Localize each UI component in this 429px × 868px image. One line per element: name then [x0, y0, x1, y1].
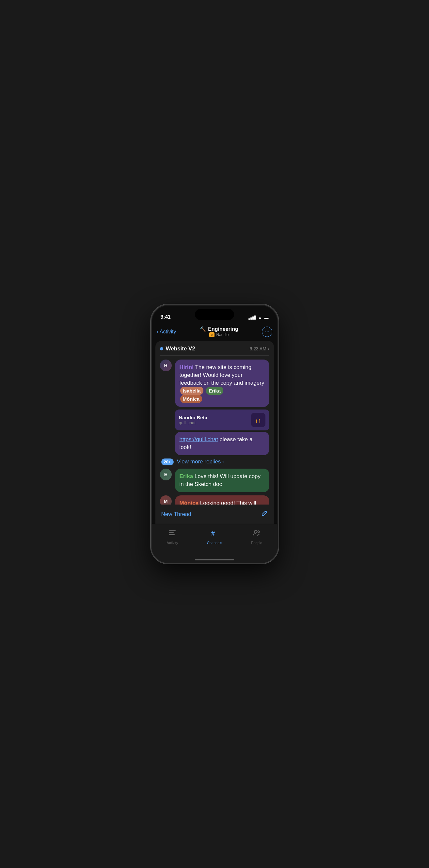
svg-point-5 [257, 531, 259, 533]
compose-icon [261, 510, 268, 519]
chevron-left-icon: ‹ [157, 329, 158, 335]
tab-channels-label: Channels [207, 541, 222, 545]
bubble-link-message: https://quill.chat please take a look! [175, 432, 269, 455]
phone-frame: 9:41 ▲ ▬ ‹ Activity 🔨 Engineering ∩ N [151, 304, 279, 564]
thread-title: Website V2 [166, 345, 195, 352]
svg-rect-1 [169, 532, 174, 533]
tab-bar: Activity # Channels People [152, 524, 278, 563]
status-time: 9:41 [161, 314, 171, 320]
activity-icon [168, 529, 177, 539]
reply-count-badge: 20+ [161, 459, 174, 465]
username-hirini: Hirini [180, 364, 193, 370]
back-label: Activity [160, 329, 176, 335]
mention-erika[interactable]: Erika [206, 386, 223, 395]
divider [160, 355, 269, 355]
mention-isabella[interactable]: Isabella [180, 386, 204, 395]
status-icons: ▲ ▬ [248, 315, 269, 320]
battery-icon: ▬ [265, 315, 269, 320]
svg-point-4 [254, 530, 257, 533]
thread-time: 6:23 AM › [249, 346, 269, 351]
svg-rect-0 [169, 530, 176, 531]
new-thread-label: New Thread [161, 511, 191, 518]
avatar-hirini: H [160, 360, 172, 371]
mention-monica[interactable]: Mónica [180, 395, 203, 403]
nav-title-center: 🔨 Engineering ∩ Naudio [200, 326, 238, 337]
link-preview-logo: ∩ [251, 413, 266, 427]
chevron-right-icon: › [268, 346, 269, 351]
svg-text:#: # [211, 529, 215, 537]
thread-header: Website V2 6:23 AM › [160, 345, 269, 352]
naudio-logo: ∩ [209, 332, 214, 337]
tab-channels[interactable]: # Channels [193, 529, 236, 545]
link-preview-url: quill.chat [179, 420, 208, 425]
back-button[interactable]: ‹ Activity [157, 329, 176, 335]
home-indicator [195, 559, 234, 560]
dynamic-island [195, 309, 234, 320]
link-preview-title: Naudio Beta [179, 415, 208, 420]
hammer-icon: 🔨 [200, 326, 206, 332]
nav-subtitle: ∩ Naudio [209, 332, 228, 337]
channels-icon: # [210, 529, 219, 539]
chevron-right-icon: › [222, 459, 224, 465]
link-preview-info: Naudio Beta quill.chat [179, 415, 208, 425]
nav-header: ‹ Activity 🔨 Engineering ∩ Naudio ··· [152, 323, 278, 341]
scroll-content[interactable]: Website V2 6:23 AM › H Hirini The new si… [152, 341, 278, 524]
username-erika: Erika [180, 473, 193, 479]
channel-name: Engineering [208, 326, 238, 332]
view-more-row[interactable]: 20+ View more replies › [160, 459, 269, 465]
new-thread-bar[interactable]: New Thread [155, 504, 274, 524]
more-options-button[interactable]: ··· [262, 327, 272, 337]
tab-people-label: People [251, 541, 262, 545]
link-url[interactable]: https://quill.chat [180, 436, 218, 442]
message-row: H Hirini The new site is coming together… [160, 360, 269, 455]
avatar-erika: E [160, 469, 172, 480]
signal-bars-icon [248, 315, 256, 320]
bubble-erika: Erika Love this! Will update copy in the… [175, 469, 269, 492]
thread-card: Website V2 6:23 AM › H Hirini The new si… [155, 341, 274, 524]
tab-activity-label: Activity [167, 541, 178, 545]
svg-rect-2 [169, 534, 175, 535]
link-preview[interactable]: Naudio Beta quill.chat ∩ [175, 409, 269, 430]
workspace-name: Naudio [216, 333, 228, 337]
unread-dot [160, 347, 163, 350]
tab-people[interactable]: People [236, 529, 278, 545]
nav-title-row: 🔨 Engineering [200, 326, 238, 332]
more-icon: ··· [265, 329, 269, 335]
tab-activity[interactable]: Activity [152, 529, 193, 545]
wifi-icon: ▲ [258, 315, 262, 320]
bubble-hirini: Hirini The new site is coming together! … [175, 360, 269, 407]
people-icon [252, 529, 261, 539]
thread-title-row: Website V2 [160, 345, 195, 352]
message-row-erika: E Erika Love this! Will update copy in t… [160, 469, 269, 492]
view-more-button[interactable]: View more replies › [177, 459, 224, 465]
